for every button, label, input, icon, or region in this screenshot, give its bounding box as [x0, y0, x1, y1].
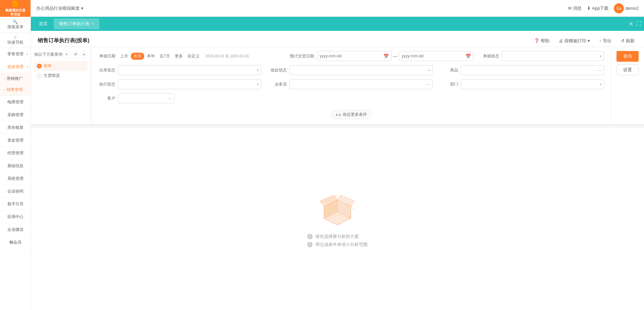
- tab-sales-order[interactable]: 销售订单执行表 ×: [54, 18, 99, 29]
- sidebar-item-operations[interactable]: 经营管理: [0, 147, 31, 159]
- header-right: ✉ 消息 ⬇ App下载 Ea demo2: [568, 3, 639, 13]
- calendar-start-icon[interactable]: 📅: [383, 54, 389, 59]
- salesman-dots-icon[interactable]: ···: [426, 82, 430, 87]
- expected-date-start[interactable]: [317, 51, 391, 61]
- export-icon: ↑: [599, 38, 602, 43]
- expected-date-label: 预计交货日期: [290, 53, 314, 59]
- help-button[interactable]: ❓ 帮助: [531, 37, 552, 45]
- tab-home[interactable]: 首页: [34, 18, 53, 29]
- delivery-status-select[interactable]: [118, 65, 261, 75]
- execution-status-select[interactable]: [118, 79, 261, 89]
- sidebar-item-inventory[interactable]: 库存核算: [0, 121, 31, 134]
- calendar-end-icon[interactable]: 📅: [466, 54, 471, 59]
- sidebar-item-system[interactable]: 系统管理: [0, 172, 31, 185]
- scheme-actions: + ↺ «: [63, 51, 88, 58]
- sidebar-item-wechat[interactable]: 企业微信: [0, 223, 31, 236]
- sidebar-item-retail[interactable]: 零售管理 ▸: [0, 48, 31, 60]
- salesman-field: 业务员 ···: [269, 79, 433, 89]
- delivery-status-label: 出库状态: [98, 67, 115, 73]
- customer-input[interactable]: [118, 93, 174, 103]
- scheme-collapse-button[interactable]: «: [81, 51, 88, 58]
- expected-date-range: 📅 — 📅: [317, 51, 474, 61]
- department-select[interactable]: [461, 79, 604, 89]
- sidebar-item-wholesale[interactable]: 批发管理 ▾: [0, 60, 31, 73]
- scheme-item-orders[interactable]: ✓ 按单: [34, 61, 88, 71]
- sidebar-item-ecommerce[interactable]: 电商管理: [0, 96, 31, 108]
- salesman-label: 业务员: [269, 82, 287, 87]
- sidebar: 🟠 畅捷通好生意 标准版 🔍 搜索菜单 ☆ 快捷导航 零售管理 ▸ 批发管理 ▾…: [0, 0, 31, 310]
- empty-state: ✦ ✦ ✦ 1 请先选择要分析的方案 2 用过滤条件来缩小分析范围: [307, 131, 368, 310]
- appcenter-label: 应用中心: [1, 214, 29, 219]
- page-header: 销售订单执行表(按单) ❓ 帮助 🖨 按模板打印 ▾ ↑ 导出: [31, 31, 644, 47]
- header-left: 办公用品行业模拟账套 ▾: [36, 5, 84, 11]
- sidebar-item-newguide[interactable]: 新手引导: [0, 198, 31, 210]
- scheme-add-button[interactable]: +: [63, 51, 70, 58]
- execution-status-field: 执行状态 ▾: [98, 79, 261, 89]
- sidebar-item-appcenter[interactable]: 应用中心: [0, 210, 31, 223]
- scheme-header-label: 按以下方案查询: [34, 52, 62, 57]
- sidebar-item-sales[interactable]: ○ 销售管理: [0, 84, 31, 95]
- sidebar-item-marketing[interactable]: ○ 营销推广: [0, 73, 31, 84]
- enterprise-label: 企业协同: [1, 189, 29, 194]
- sidebar-search[interactable]: 🔍 搜索菜单: [0, 17, 31, 33]
- sidebar-quicknav[interactable]: ☆ 快捷导航: [0, 33, 31, 48]
- expected-date-end[interactable]: [398, 51, 473, 61]
- tab-close-icon[interactable]: ×: [92, 21, 94, 26]
- breadcrumb[interactable]: 办公用品行业模拟账套 ▾: [36, 5, 84, 11]
- query-button[interactable]: 查询: [616, 51, 639, 62]
- tab-maximize-icon[interactable]: ⛶: [636, 21, 641, 27]
- payment-status-select[interactable]: [289, 65, 433, 75]
- filter-row-3: 执行状态 ▾ 业务员: [98, 79, 604, 89]
- settings-button[interactable]: 设置: [616, 64, 639, 75]
- marketing-label: 营销推广: [7, 76, 23, 82]
- tab-bar: 首页 销售订单执行表 × ✕ ⛶: [31, 17, 644, 31]
- print-label: 按模板打印: [565, 38, 586, 44]
- period-last-month[interactable]: 上月: [118, 53, 130, 60]
- tab-close-window-icon[interactable]: ✕: [629, 21, 633, 27]
- salesman-input[interactable]: [289, 79, 433, 89]
- sidebar-item-member[interactable]: 畅会员: [0, 236, 31, 249]
- refresh-button[interactable]: ↺ 刷新: [618, 37, 637, 45]
- help-label: 帮助: [541, 38, 549, 44]
- export-label: 导出: [603, 38, 611, 44]
- system-label: 系统管理: [1, 176, 29, 181]
- goods-input[interactable]: [461, 65, 604, 75]
- department-field: 部门 ▾: [441, 79, 604, 89]
- print-button[interactable]: 🖨 按模板打印 ▾: [556, 37, 593, 45]
- scheme-reset-button[interactable]: ↺: [72, 51, 79, 58]
- wholesale-label: 批发管理: [1, 64, 29, 69]
- tab-bar-right: ✕ ⛶: [629, 21, 641, 27]
- customer-field: 客户 ···: [98, 93, 174, 103]
- goods-label: 商品: [441, 67, 458, 73]
- breadcrumb-arrow-icon: ▾: [81, 6, 84, 11]
- refresh-label: 刷新: [626, 38, 635, 44]
- basicinfo-label: 基础信息: [1, 163, 29, 168]
- export-button[interactable]: ↑ 导出: [597, 37, 614, 45]
- sidebar-item-basic-info[interactable]: 基础信息: [0, 159, 31, 172]
- sidebar-item-enterprise[interactable]: 企业协同: [0, 185, 31, 198]
- expected-date-field: 预计交货日期 📅 — 📅: [290, 51, 474, 61]
- period-7days[interactable]: 近7天: [158, 53, 172, 60]
- collapse-button[interactable]: ∧∧ 收起更多条件: [331, 110, 371, 119]
- download-icon: ⬇: [587, 6, 591, 11]
- purchase-label: 采购管理: [1, 112, 29, 117]
- page-title: 销售订单执行表(按单): [38, 37, 90, 44]
- user-profile[interactable]: Ea demo2: [614, 3, 639, 13]
- period-custom[interactable]: 自定义: [185, 53, 202, 60]
- sidebar-item-purchase[interactable]: 采购管理: [0, 108, 31, 121]
- app-download-action[interactable]: ⬇ App下载: [587, 5, 608, 11]
- date-field: 单据日期 上月 本月 本年 近7天 更多 自定义 2023-03-01 至 20…: [98, 53, 282, 60]
- scheme-item-shortage[interactable]: ○ 欠货情况: [34, 71, 88, 81]
- message-action[interactable]: ✉ 消息: [568, 5, 582, 11]
- goods-dots-icon[interactable]: ···: [597, 67, 601, 73]
- app-name: 畅捷通好生意: [5, 8, 25, 12]
- period-this-month[interactable]: 本月: [131, 53, 144, 60]
- period-this-year[interactable]: 本年: [145, 53, 157, 60]
- sidebar-item-finance[interactable]: 资金管理: [0, 134, 31, 147]
- empty-tip-2: 2 用过滤条件来缩小分析范围: [307, 242, 368, 248]
- print-icon: 🖨: [559, 38, 563, 43]
- customer-dots-icon[interactable]: ···: [168, 96, 172, 101]
- newguide-label: 新手引导: [1, 202, 29, 207]
- period-more[interactable]: 更多: [173, 53, 185, 60]
- status-select[interactable]: [502, 51, 604, 61]
